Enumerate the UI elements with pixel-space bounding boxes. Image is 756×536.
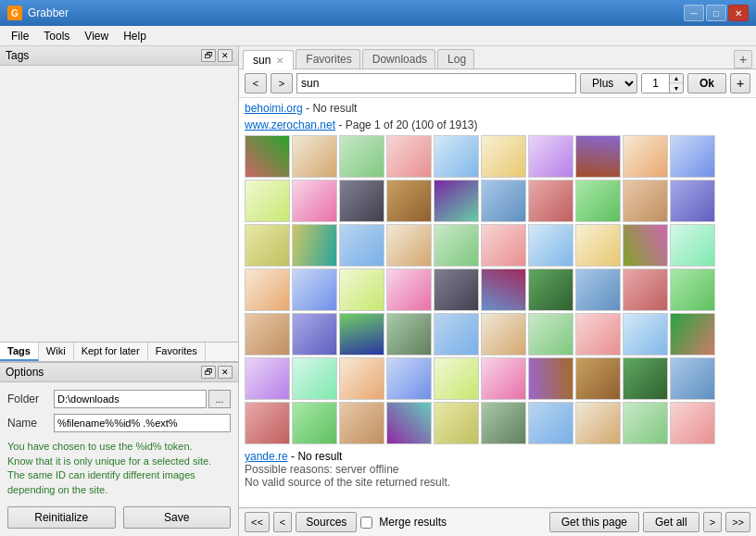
image-thumb[interactable] <box>670 357 715 400</box>
tab-sun-close[interactable]: ✕ <box>274 56 285 66</box>
image-thumb[interactable] <box>386 135 432 178</box>
options-detach-button[interactable]: 🗗 <box>201 366 216 379</box>
image-thumb[interactable] <box>339 268 384 311</box>
menu-tools[interactable]: Tools <box>36 28 77 44</box>
image-thumb[interactable] <box>339 135 384 178</box>
save-button[interactable]: Save <box>123 506 232 529</box>
tags-detach-button[interactable]: 🗗 <box>201 49 216 62</box>
back-button[interactable]: < <box>245 73 267 93</box>
first-page-button[interactable]: << <box>245 512 270 532</box>
image-thumb[interactable] <box>339 224 384 267</box>
tab-wiki[interactable]: Wiki <box>39 343 74 361</box>
image-thumb[interactable] <box>575 180 621 222</box>
image-thumb[interactable] <box>481 180 526 222</box>
image-thumb[interactable] <box>386 313 432 355</box>
image-thumb[interactable] <box>528 357 573 400</box>
behoimi-link[interactable]: behoimi.org <box>245 102 303 115</box>
image-thumb[interactable] <box>575 268 621 311</box>
page-number-input[interactable] <box>642 74 670 93</box>
image-thumb[interactable] <box>623 224 668 267</box>
image-thumb[interactable] <box>575 224 621 267</box>
image-thumb[interactable] <box>434 313 479 355</box>
menu-view[interactable]: View <box>77 28 116 44</box>
image-thumb[interactable] <box>623 180 668 222</box>
image-thumb[interactable] <box>434 224 479 267</box>
image-thumb[interactable] <box>245 357 290 400</box>
image-thumb[interactable] <box>386 180 432 222</box>
image-thumb[interactable] <box>386 224 432 267</box>
image-thumb[interactable] <box>339 313 384 355</box>
name-input[interactable] <box>54 414 231 432</box>
image-thumb[interactable] <box>292 180 337 222</box>
image-thumb[interactable] <box>245 135 290 178</box>
next-page-button[interactable]: > <box>703 512 722 532</box>
options-close-button[interactable]: ✕ <box>218 366 233 379</box>
image-thumb[interactable] <box>245 313 290 355</box>
image-thumb[interactable] <box>623 135 668 178</box>
image-thumb[interactable] <box>481 313 526 355</box>
image-thumb[interactable] <box>245 224 290 267</box>
image-thumb[interactable] <box>623 402 668 444</box>
image-thumb[interactable] <box>575 402 621 444</box>
maximize-button[interactable]: □ <box>706 5 726 21</box>
ok-button[interactable]: Ok <box>687 73 726 93</box>
image-thumb[interactable] <box>339 180 384 222</box>
image-thumb[interactable] <box>434 357 479 400</box>
image-thumb[interactable] <box>528 180 573 222</box>
forward-button[interactable]: > <box>271 73 293 93</box>
get-page-button[interactable]: Get this page <box>549 512 639 532</box>
image-thumb[interactable] <box>245 268 290 311</box>
image-thumb[interactable] <box>481 135 526 178</box>
page-down-button[interactable]: ▼ <box>670 83 683 93</box>
image-thumb[interactable] <box>245 180 290 222</box>
image-thumb[interactable] <box>670 313 715 355</box>
image-thumb[interactable] <box>670 135 715 178</box>
image-thumb[interactable] <box>434 180 479 222</box>
image-thumb[interactable] <box>528 313 573 355</box>
image-thumb[interactable] <box>575 135 621 178</box>
plus-dropdown[interactable]: Plus <box>580 73 637 93</box>
tab-kept-for-later[interactable]: Kept for later <box>74 343 148 361</box>
image-thumb[interactable] <box>623 268 668 311</box>
image-thumb[interactable] <box>623 313 668 355</box>
image-thumb[interactable] <box>670 180 715 222</box>
image-thumb[interactable] <box>292 224 337 267</box>
image-thumb[interactable] <box>292 313 337 355</box>
search-input[interactable] <box>296 73 576 93</box>
image-thumb[interactable] <box>528 268 573 311</box>
reinitialize-button[interactable]: Reinitialize <box>7 506 116 529</box>
image-thumb[interactable] <box>292 357 337 400</box>
image-thumb[interactable] <box>292 268 337 311</box>
page-up-button[interactable]: ▲ <box>670 74 683 83</box>
tab-log[interactable]: Log <box>437 49 474 69</box>
image-thumb[interactable] <box>481 268 526 311</box>
image-thumb[interactable] <box>481 224 526 267</box>
tab-downloads[interactable]: Downloads <box>362 49 435 69</box>
image-thumb[interactable] <box>528 135 573 178</box>
last-page-button[interactable]: >> <box>725 512 750 532</box>
yande-link[interactable]: yande.re <box>245 450 288 463</box>
prev-page-button[interactable]: < <box>273 512 292 532</box>
menu-file[interactable]: File <box>4 28 36 44</box>
image-thumb[interactable] <box>481 402 526 444</box>
image-thumb[interactable] <box>386 402 432 444</box>
tab-add-button[interactable]: + <box>734 50 752 69</box>
image-thumb[interactable] <box>386 357 432 400</box>
image-thumb[interactable] <box>434 268 479 311</box>
image-thumb[interactable] <box>670 224 715 267</box>
minimize-button[interactable]: ─ <box>684 5 704 21</box>
image-thumb[interactable] <box>386 268 432 311</box>
image-thumb[interactable] <box>339 357 384 400</box>
tab-favorites[interactable]: Favorites <box>148 343 206 361</box>
close-button[interactable]: ✕ <box>728 5 749 21</box>
image-thumb[interactable] <box>670 402 715 444</box>
folder-input[interactable] <box>54 390 207 408</box>
image-thumb[interactable] <box>292 402 337 444</box>
menu-help[interactable]: Help <box>116 28 154 44</box>
image-thumb[interactable] <box>434 402 479 444</box>
image-thumb[interactable] <box>575 357 621 400</box>
get-all-button[interactable]: Get all <box>643 512 699 532</box>
image-thumb[interactable] <box>575 313 621 355</box>
tab-sun[interactable]: sun ✕ <box>243 50 294 69</box>
image-thumb[interactable] <box>528 402 573 444</box>
